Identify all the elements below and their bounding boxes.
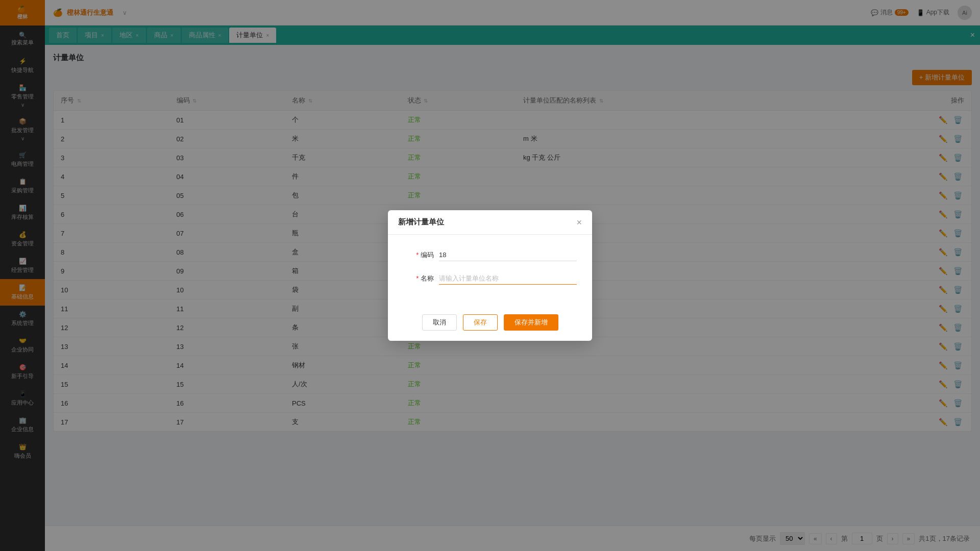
modal-body: * 编码 * 名称	[388, 235, 592, 306]
code-label: * 编码	[403, 251, 434, 260]
save-and-new-button[interactable]: 保存并新增	[504, 314, 558, 331]
required-star-name: *	[416, 274, 419, 282]
save-button[interactable]: 保存	[463, 314, 498, 331]
cancel-button[interactable]: 取消	[422, 314, 457, 331]
modal-overlay: 新增计量单位 × * 编码 * 名称 取消 保存 保存并新增	[0, 0, 980, 551]
modal-title: 新增计量单位	[398, 217, 444, 227]
add-unit-modal: 新增计量单位 × * 编码 * 名称 取消 保存 保存并新增	[388, 210, 592, 341]
modal-close-button[interactable]: ×	[576, 218, 582, 227]
modal-footer: 取消 保存 保存并新增	[388, 306, 592, 341]
code-input[interactable]	[439, 249, 577, 261]
name-input[interactable]	[439, 272, 577, 285]
form-row-code: * 编码	[403, 249, 577, 261]
required-star-code: *	[416, 251, 419, 259]
form-row-name: * 名称	[403, 272, 577, 285]
modal-header: 新增计量单位 ×	[388, 210, 592, 235]
name-label: * 名称	[403, 274, 434, 283]
